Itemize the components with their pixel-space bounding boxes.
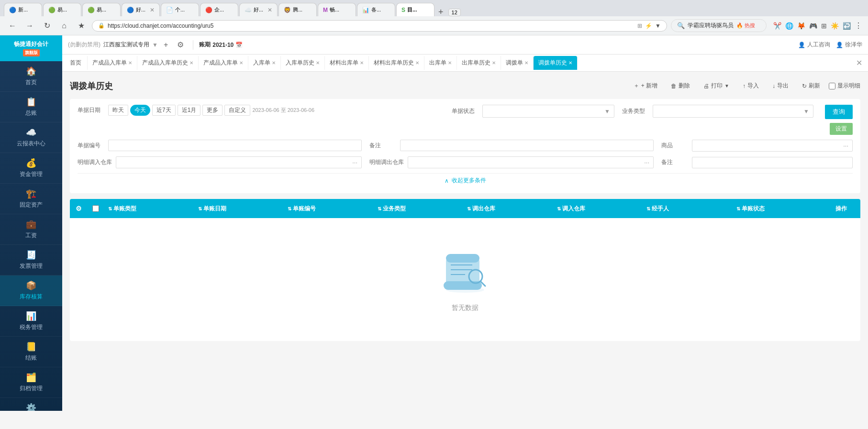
biztype-select[interactable]: ▼ [653, 105, 813, 118]
detail-out-select[interactable]: ··· [408, 156, 654, 168]
tab-outbound-history[interactable]: 出库单历史 ✕ [457, 56, 501, 70]
status-select[interactable]: ▼ [482, 105, 614, 118]
close-icon[interactable]: ✕ [568, 60, 572, 66]
sidebar-item-archive[interactable]: 🗂️ 归档管理 [0, 367, 62, 398]
col-in-warehouse[interactable]: ⇅ 调入仓库 [553, 205, 643, 213]
col-doc-number[interactable]: ⇅ 单账编号 [284, 205, 374, 213]
show-detail-toggle[interactable]: 显示明细 [829, 82, 860, 90]
remark-input[interactable] [400, 140, 654, 151]
col-doc-type[interactable]: ⇅ 单账类型 [104, 205, 194, 213]
undo-icon-btn[interactable]: ↩️ [843, 22, 851, 30]
add-company-button[interactable]: + [164, 41, 168, 49]
tab-item-9[interactable]: M 畅... [318, 3, 356, 16]
col-doc-date[interactable]: ⇅ 单账日期 [194, 205, 284, 213]
select-all-checkbox[interactable] [92, 205, 99, 212]
tab-material-outbound[interactable]: 材料出库单 ✕ [325, 56, 369, 70]
col-biz-type[interactable]: ⇅ 业务类型 [374, 205, 464, 213]
col-doc-status[interactable]: ⇅ 单账状态 [733, 205, 823, 213]
column-settings-icon[interactable]: ⚙ [70, 205, 87, 212]
print-button[interactable]: 🖨 打印 ▼ [699, 79, 734, 92]
date-btn-today[interactable]: 今天 [130, 105, 150, 116]
col-out-warehouse[interactable]: ⇅ 调出仓库 [463, 205, 553, 213]
close-icon[interactable]: ✕ [316, 60, 320, 66]
query-button[interactable]: 查询 [825, 105, 853, 119]
remark2-input[interactable] [692, 157, 853, 168]
date-btn-7days[interactable]: 近7天 [152, 105, 176, 116]
tab-product-inbound2[interactable]: 产成品入库单 ✕ [199, 56, 248, 70]
translate-icon-btn[interactable]: 🌐 [785, 22, 793, 30]
help-btn[interactable]: 👤 人工咨询 [798, 41, 830, 49]
sidebar-item-invoice[interactable]: 🧾 发票管理 [0, 245, 62, 275]
tab-item-6[interactable]: 🔴 企... [200, 3, 238, 16]
date-btn-1month[interactable]: 近1月 [178, 105, 201, 116]
sidebar-item-closing[interactable]: 📒 结账 [0, 337, 62, 367]
sidebar-item-payroll[interactable]: 💼 工资 [0, 214, 62, 245]
sidebar-item-home[interactable]: 🏠 首页 [0, 61, 62, 92]
tab-inbound[interactable]: 入库单 ✕ [248, 56, 281, 70]
docnum-input[interactable] [108, 140, 362, 151]
browser-search-bar[interactable]: 🔍 学霸应聘场驱鸟员 🔥 热搜 [671, 19, 767, 32]
theme-icon-btn[interactable]: ☀️ [831, 22, 839, 30]
chevron-down-icon[interactable]: ▼ [655, 22, 661, 29]
grid-icon-btn[interactable]: ⊞ [821, 22, 827, 30]
export-button[interactable]: ↓ 导出 [768, 79, 793, 92]
home-button[interactable]: ⌂ [57, 19, 71, 33]
sidebar-item-tax[interactable]: 📊 税务管理 [0, 306, 62, 337]
sidebar-item-fixed-assets[interactable]: 🏗️ 固定资产 [0, 184, 62, 214]
gear-icon-btn[interactable]: ⚙ [174, 38, 187, 52]
close-icon[interactable]: ✕ [128, 60, 132, 66]
tab-item-10[interactable]: 📊 各... [357, 3, 395, 16]
sidebar-item-settings[interactable]: ⚙️ 基础设置 [0, 398, 62, 411]
new-tab-button[interactable]: + [435, 8, 446, 16]
date-btn-yesterday[interactable]: 昨天 [108, 105, 128, 116]
import-button[interactable]: ↑ 导入 [738, 79, 764, 92]
collapse-btn[interactable]: ∧ 收起更多条件 [78, 173, 853, 187]
tab4-close[interactable]: ✕ [150, 7, 155, 13]
tab-material-outbound-history[interactable]: 材料出库单历史 ✕ [369, 56, 424, 70]
period-selector[interactable]: 账期 2021-10 📅 [199, 41, 243, 49]
tab7-close[interactable]: ✕ [267, 7, 272, 13]
forward-button[interactable]: → [23, 19, 36, 33]
sidebar-item-cloud-report[interactable]: ☁️ 云报表中心 [0, 122, 62, 153]
refresh-button[interactable]: ↻ 刷新 [797, 79, 825, 92]
tab-product-inbound-history[interactable]: 产成品入库单历史 ✕ [137, 56, 199, 70]
select-all-checkbox-cell[interactable] [87, 205, 104, 212]
company-selector[interactable]: (勿删勿禁用) 江西服宝测试专用 ▼ [68, 41, 158, 49]
close-icon[interactable]: ✕ [360, 60, 364, 66]
sidebar-item-fund[interactable]: 💰 资金管理 [0, 153, 62, 184]
tab-product-inbound[interactable]: 产成品入库单 ✕ [88, 56, 137, 70]
close-all-tabs-btn[interactable]: ✕ [852, 57, 866, 68]
close-icon[interactable]: ✕ [189, 60, 193, 66]
detail-in-select[interactable]: ··· [116, 156, 362, 168]
tab-item-11[interactable]: S 目... [396, 3, 434, 16]
new-record-button[interactable]: ＋ + 新增 [629, 79, 662, 92]
tab-item-3[interactable]: 🟢 易... [82, 3, 121, 16]
close-icon[interactable]: ✕ [492, 60, 496, 66]
tab-transfer[interactable]: 调拨单 ✕ [501, 56, 534, 70]
tab-item-2[interactable]: 🟢 易... [43, 3, 81, 16]
user-profile[interactable]: 👤 徐泽华 [836, 41, 862, 49]
scissors-icon-btn[interactable]: ✂️ [773, 22, 781, 30]
game-icon-btn[interactable]: 🎮 [809, 22, 817, 30]
tab-item-1[interactable]: 🔵 新... [4, 3, 42, 16]
back-button[interactable]: ← [6, 19, 19, 33]
extension2-icon-btn[interactable]: 🦊 [797, 22, 805, 30]
date-btn-more[interactable]: 更多 [202, 105, 223, 116]
close-icon[interactable]: ✕ [415, 60, 419, 66]
delete-button[interactable]: 🗑 删除 [666, 79, 695, 92]
sidebar-item-inventory[interactable]: 📦 库存核算 [0, 275, 62, 306]
tab-outbound[interactable]: 出库单 ✕ [424, 56, 457, 70]
close-icon[interactable]: ✕ [239, 60, 243, 66]
close-icon[interactable]: ✕ [448, 60, 452, 66]
goods-select[interactable]: ··· [692, 140, 853, 152]
tab-transfer-history[interactable]: 调拨单历史 ✕ [534, 56, 578, 70]
tab-home[interactable]: 首页 [64, 56, 88, 70]
refresh-browser-button[interactable]: ↻ [40, 19, 54, 33]
sidebar-item-ledger[interactable]: 📋 总账 [0, 92, 62, 122]
tab-item-4[interactable]: 🔵 好... ✕ [122, 3, 160, 16]
bookmark-button[interactable]: ★ [75, 19, 88, 33]
close-icon[interactable]: ✕ [272, 60, 276, 66]
col-handler[interactable]: ⇅ 经手人 [643, 205, 733, 213]
close-icon[interactable]: ✕ [524, 60, 528, 66]
tab-item-7[interactable]: ☁️ 好... ✕ [239, 3, 278, 16]
